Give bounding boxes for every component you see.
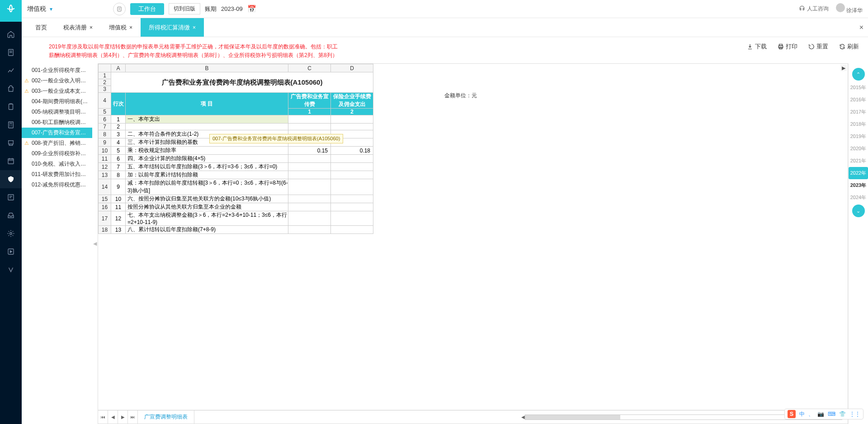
print-button[interactable]: 打印	[778, 43, 797, 51]
item-cell[interactable]: 五、本年结转以后年度扣除额(3＞6，本行=3-6；3≤6，本行=0)	[126, 163, 288, 171]
line-cell[interactable]: 7	[111, 163, 126, 171]
row-header[interactable]: 14	[99, 179, 111, 195]
line-cell[interactable]: 3	[111, 130, 126, 138]
refresh-button[interactable]: 刷新	[839, 43, 859, 51]
value-cell[interactable]	[288, 138, 331, 147]
memo-icon-button[interactable]	[113, 3, 126, 15]
ime-item[interactable]: 📷	[817, 411, 824, 417]
form-list-item[interactable]: 006-职工薪酬纳税调整明细...	[22, 117, 92, 128]
expand-sheet-icon[interactable]: ▶	[840, 65, 847, 71]
nav-clipboard-icon[interactable]	[0, 98, 22, 116]
row-header[interactable]: 8	[99, 130, 111, 138]
item-cell[interactable]: 减：本年扣除的以前年度结转额[3＞6，本行=0；3≤6，本行=8与(6-3)孰小…	[126, 179, 288, 195]
form-list-item[interactable]: 001-企业所得税年度纳税申...	[22, 65, 92, 76]
year-scroll-up-icon[interactable]: ⌃	[852, 68, 865, 81]
ime-item[interactable]: ⋮⋮	[849, 411, 860, 417]
year-item[interactable]: 2020年	[850, 143, 866, 155]
value-cell[interactable]	[331, 195, 373, 203]
row-header[interactable]: 7	[99, 124, 111, 130]
row-header[interactable]: 17	[99, 211, 111, 226]
year-item[interactable]: 2018年	[850, 118, 866, 130]
item-cell[interactable]: 六、按照分摊协议归集至其他关联方的金额(10≤3与6孰小值)	[126, 195, 288, 203]
value-cell[interactable]	[331, 163, 373, 171]
line-cell[interactable]: 6	[111, 155, 126, 163]
nav-settings-icon[interactable]	[0, 224, 22, 243]
user-menu[interactable]: 徐泽华	[836, 3, 863, 14]
form-list-item[interactable]: 004-期间费用明细表(A1040...	[22, 96, 92, 107]
ime-toolbar[interactable]: S 中 、 📷 ⌨ 👕 ⋮⋮	[784, 409, 863, 419]
nav-cal-icon[interactable]	[0, 152, 22, 170]
value-cell[interactable]	[331, 211, 373, 226]
row-header[interactable]: 12	[99, 163, 111, 171]
ime-item[interactable]: ⌨	[828, 411, 835, 417]
col-header[interactable]: B	[126, 64, 288, 72]
line-cell[interactable]: 11	[111, 203, 126, 211]
item-cell[interactable]: 一、本年支出	[126, 115, 288, 124]
value-cell[interactable]	[331, 130, 373, 138]
value-cell[interactable]	[331, 124, 373, 130]
close-all-tabs-icon[interactable]: ×	[859, 24, 863, 32]
item-cell[interactable]: 八、累计结转以后年度扣除额(7+8-9)	[126, 226, 288, 234]
row-header[interactable]: 15	[99, 195, 111, 203]
form-list-item[interactable]: ⚠003-一般企业成本支出明细...	[22, 86, 92, 96]
value-cell[interactable]	[288, 163, 331, 171]
line-cell[interactable]: 4	[111, 138, 126, 147]
ime-item[interactable]: 中	[799, 410, 805, 418]
year-item[interactable]: 2019年	[850, 130, 866, 143]
value-cell[interactable]	[288, 179, 331, 195]
value-cell[interactable]	[288, 195, 331, 203]
row-header[interactable]: 18	[99, 226, 111, 234]
nav-bag-icon[interactable]	[0, 80, 22, 98]
row-header[interactable]: 2	[99, 79, 111, 86]
support-link[interactable]: 人工咨询	[799, 5, 828, 13]
value-cell[interactable]	[288, 203, 331, 211]
form-list-item[interactable]: ⚠008-资产折旧、摊销及纳税...	[22, 138, 92, 148]
value-cell[interactable]	[288, 124, 331, 130]
year-item[interactable]: 2022年	[849, 167, 868, 179]
nav-tax-icon[interactable]	[0, 170, 22, 188]
tab-home[interactable]: 首页	[27, 18, 55, 37]
company-select[interactable]: 增值税 ▾	[27, 5, 108, 13]
line-cell[interactable]: 13	[111, 226, 126, 234]
form-list-item[interactable]: 009-企业所得税弥补亏损明...	[22, 148, 92, 159]
item-cell[interactable]: 二、本年符合条件的支出(1-2)	[126, 130, 288, 138]
col-header[interactable]: C	[288, 64, 331, 72]
nav-forms-icon[interactable]	[0, 188, 22, 206]
year-item[interactable]: 2023年	[850, 179, 866, 191]
year-item[interactable]: 2015年	[850, 81, 866, 94]
nav-play-icon[interactable]	[0, 243, 22, 261]
switch-old-button[interactable]: 切到旧版	[169, 3, 200, 14]
item-cell[interactable]: 乘：税收规定扣除率	[126, 147, 288, 155]
ime-item[interactable]: 👕	[839, 411, 846, 417]
value-cell[interactable]	[288, 171, 331, 179]
close-icon[interactable]: ×	[90, 24, 93, 31]
year-item[interactable]: 2021年	[850, 155, 866, 167]
nav-tag-icon[interactable]	[0, 134, 22, 152]
col-header[interactable]: A	[111, 64, 126, 72]
item-cell[interactable]: 按照分摊协议从其他关联方归集至本企业的金额	[126, 203, 288, 211]
line-cell[interactable]: 1	[111, 115, 126, 124]
year-item[interactable]: 2024年	[850, 191, 866, 204]
form-list-item[interactable]: 012-减免所得税优惠明细表(...	[22, 180, 92, 190]
value-cell[interactable]: 0.15	[288, 147, 331, 155]
col-header[interactable]: D	[331, 64, 373, 72]
row-header[interactable]: 9	[99, 138, 111, 147]
row-header[interactable]: 13	[99, 171, 111, 179]
nav-home-icon[interactable]	[0, 25, 22, 43]
line-cell[interactable]: 5	[111, 147, 126, 155]
value-cell[interactable]	[331, 155, 373, 163]
value-cell[interactable]: 0.18	[331, 147, 373, 155]
row-header[interactable]: 5	[99, 109, 111, 115]
sheet-table[interactable]: ABCD1广告费和业务宣传费跨年度纳税调整明细表(A105060)234 行次 …	[98, 64, 373, 234]
value-cell[interactable]	[288, 115, 331, 124]
form-list-item[interactable]: ⚠002-一般企业收入明细表(A...	[22, 76, 92, 86]
row-header[interactable]: 6	[99, 115, 111, 124]
download-button[interactable]: 下载	[747, 43, 767, 51]
row-header[interactable]: 4	[99, 93, 111, 109]
item-cell[interactable]: 三、本年计算扣除限额的基数	[126, 138, 288, 147]
nav-calc-icon[interactable]	[0, 116, 22, 134]
tab-income-tax[interactable]: 所得税汇算清缴×	[141, 18, 204, 37]
nav-v-icon[interactable]	[0, 261, 22, 279]
nav-doc-icon[interactable]	[0, 43, 22, 62]
value-cell[interactable]	[288, 226, 331, 234]
